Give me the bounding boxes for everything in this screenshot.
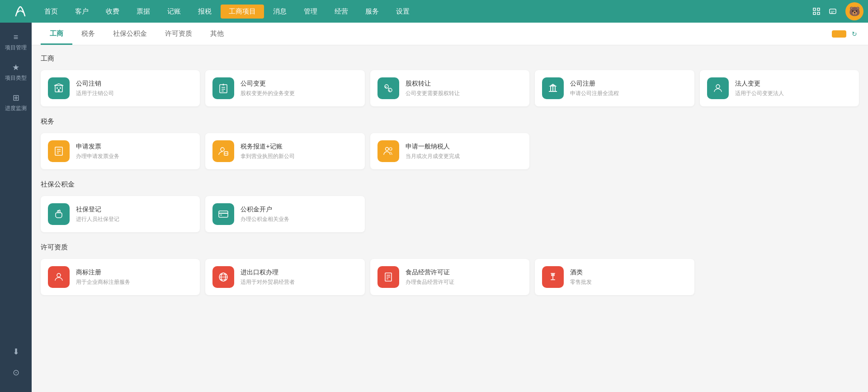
card-公积金开户[interactable]: 公积金开户 办理公积金相关业务 — [205, 196, 364, 232]
nav-item-票据[interactable]: 票据 — [128, 5, 158, 19]
nav-item-记账[interactable]: 记账 — [159, 5, 189, 19]
nav-item-工商项目[interactable]: 工商项目 — [221, 5, 264, 19]
card-title: 公司变更 — [241, 80, 357, 88]
tab-其他[interactable]: 其他 — [201, 23, 233, 45]
card-股权转让[interactable]: ¥$ 股权转让 公司变更需要股权转让 — [370, 70, 529, 106]
svg-marker-23 — [549, 84, 557, 86]
card-icon — [48, 140, 70, 162]
nav-right: 🐻 — [813, 2, 863, 20]
card-desc: 申请公司注册全流程 — [570, 90, 687, 97]
cards-grid: 申请发票 办理申请发票业务 税务报道+记账 拿到营业执照的新公司 申请一般纳税人… — [41, 133, 859, 169]
svg-rect-48 — [551, 274, 555, 276]
card-公司变更[interactable]: 公司变更 股权变更外的业务变更 — [205, 70, 364, 106]
nav-item-报税[interactable]: 报税 — [190, 5, 220, 19]
card-税务报道+记账[interactable]: 税务报道+记账 拿到营业执照的新公司 — [205, 133, 364, 169]
sidebar-label: 项目管理 — [5, 44, 27, 52]
sidebar-bottom-item[interactable]: ⬇ — [10, 341, 22, 362]
svg-rect-49 — [552, 276, 553, 279]
sidebar-item-进度监测[interactable]: ⊞进度监测 — [0, 87, 32, 118]
refresh-button[interactable]: ↻ — [852, 30, 859, 38]
card-desc: 办理申请发票业务 — [76, 153, 193, 160]
card-商标注册[interactable]: 商标注册 用于企业商标注册服务 — [41, 259, 200, 295]
card-title: 食品经营许可证 — [406, 268, 522, 277]
svg-rect-50 — [551, 279, 555, 280]
card-进出口权办理[interactable]: 进出口权办理 适用于对外贸易经营者 — [205, 259, 364, 295]
nav-item-客户[interactable]: 客户 — [67, 5, 97, 19]
svg-rect-34 — [219, 211, 228, 217]
refresh-icon: ↻ — [852, 30, 857, 38]
sidebar-bottom-icon: ⊙ — [13, 368, 19, 378]
svg-text:¥: ¥ — [385, 86, 387, 88]
tab-工商[interactable]: 工商 — [41, 23, 72, 45]
card-title: 公司注销 — [76, 80, 193, 88]
nav-items: 首页客户收费票据记账报税工商项目消息管理经营服务设置 — [36, 5, 813, 19]
svg-rect-6 — [57, 87, 58, 89]
svg-point-33 — [389, 148, 392, 150]
svg-rect-21 — [555, 86, 556, 91]
svg-point-37 — [57, 273, 61, 277]
card-text: 税务报道+记账 拿到营业执照的新公司 — [241, 143, 357, 160]
fullscreen-button[interactable] — [813, 8, 822, 15]
section-税务: 税务 申请发票 办理申请发票业务 税务报道+记账 拿到营业执照的新公司 申请一般… — [41, 117, 859, 169]
card-desc: 适用于注销公司 — [76, 90, 193, 97]
tab-税务[interactable]: 税务 — [72, 23, 104, 45]
card-text: 申请一般纳税人 当月或次月成变更完成 — [406, 143, 522, 160]
card-title: 申请发票 — [76, 143, 193, 151]
card-法人变更[interactable]: 法人变更 适用于公司变更法人 — [700, 70, 859, 106]
card-icon — [377, 266, 399, 288]
tab-许可资质[interactable]: 许可资质 — [156, 23, 201, 45]
content-body: 工商 公司注销 适用于注销公司 公司变更 股权变更外的业务变更 ¥$ 股权转让 … — [32, 45, 868, 392]
sidebar-item-项目类型[interactable]: ★项目类型 — [0, 57, 32, 87]
nav-item-设置[interactable]: 设置 — [388, 5, 418, 19]
card-公司注册[interactable]: 公司注册 申请公司注册全流程 — [535, 70, 694, 106]
nav-item-服务[interactable]: 服务 — [357, 5, 387, 19]
sidebar-icon: ≡ — [14, 33, 19, 42]
card-desc: 股权变更外的业务变更 — [241, 90, 357, 97]
card-食品经营许可证[interactable]: 食品经营许可证 办理食品经营许可证 — [370, 259, 529, 295]
card-text: 酒类 零售批发 — [570, 268, 687, 286]
svg-rect-7 — [60, 87, 61, 89]
logo-area — [5, 3, 36, 19]
card-icon — [212, 140, 234, 162]
sidebar-bottom-icon: ⬇ — [13, 347, 19, 357]
card-desc: 办理食品经营许可证 — [406, 278, 522, 286]
section-title: 工商 — [41, 54, 859, 63]
nav-item-消息[interactable]: 消息 — [265, 5, 295, 19]
main-layout: ≡项目管理★项目类型⊞进度监测⬇⊙ 工商税务社保公积金许可资质其他 ↻ 工商 公… — [0, 23, 868, 392]
sidebar-label: 进度监测 — [5, 105, 27, 112]
svg-point-29 — [221, 148, 224, 151]
mascot-icon[interactable]: 🐻 — [845, 2, 863, 20]
card-酒类[interactable]: 酒类 零售批发 — [535, 259, 694, 295]
card-title: 法人变更 — [735, 80, 852, 88]
tab-社保公积金[interactable]: 社保公积金 — [104, 23, 156, 45]
logo-icon — [12, 3, 28, 19]
sidebar-icon: ★ — [12, 62, 19, 72]
nav-item-管理[interactable]: 管理 — [296, 5, 326, 19]
sidebar-item-项目管理[interactable]: ≡项目管理 — [0, 27, 32, 57]
cards-grid: 商标注册 用于企业商标注册服务 进出口权办理 适用于对外贸易经营者 食品经营许可… — [41, 259, 859, 295]
member-button[interactable] — [829, 8, 838, 15]
nav-item-首页[interactable]: 首页 — [36, 5, 66, 19]
card-text: 进出口权办理 适用于对外贸易经营者 — [241, 268, 357, 286]
svg-rect-3 — [817, 12, 820, 14]
nav-item-收费[interactable]: 收费 — [98, 5, 127, 19]
card-社保登记[interactable]: 社保登记 进行人员社保登记 — [41, 196, 200, 232]
sidebar-bottom-item[interactable]: ⊙ — [10, 362, 22, 383]
add-business-type-button[interactable] — [832, 30, 846, 38]
section-许可资质: 许可资质 商标注册 用于企业商标注册服务 进出口权办理 适用于对外贸易经营者 食… — [41, 243, 859, 295]
svg-point-24 — [716, 85, 720, 88]
card-desc: 用于企业商标注册服务 — [76, 278, 193, 286]
svg-rect-36 — [220, 215, 222, 215]
section-社保公积金: 社保公积金 社保登记 进行人员社保登记 公积金开户 办理公积金相关业务 — [41, 180, 859, 232]
card-申请发票[interactable]: 申请发票 办理申请发票业务 — [41, 133, 200, 169]
tab-actions: ↻ — [832, 30, 859, 38]
card-desc: 拿到营业执照的新公司 — [241, 153, 357, 160]
nav-item-经营[interactable]: 经营 — [326, 5, 356, 19]
card-title: 公司注册 — [570, 80, 687, 88]
card-title: 申请一般纳税人 — [406, 143, 522, 151]
card-公司注销[interactable]: 公司注销 适用于注销公司 — [41, 70, 200, 106]
card-title: 公积金开户 — [241, 206, 357, 214]
card-text: 股权转让 公司变更需要股权转让 — [406, 80, 522, 97]
card-申请一般纳税人[interactable]: 申请一般纳税人 当月或次月成变更完成 — [370, 133, 529, 169]
sidebar-icon: ⊞ — [13, 93, 19, 103]
